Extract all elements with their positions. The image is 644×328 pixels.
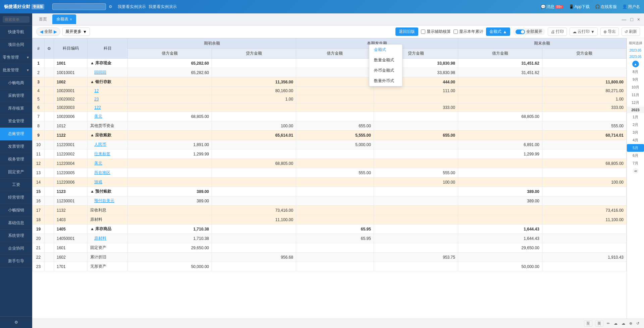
cell-subject[interactable]: ▲ 应收账款 bbox=[88, 131, 128, 140]
time-nav-up[interactable]: ▲ bbox=[632, 61, 639, 67]
sidebar-item-retail[interactable]: 零售管理▼ bbox=[0, 51, 32, 64]
cell-subject[interactable]: ▲ 预付账款 bbox=[88, 187, 128, 196]
cell-subject[interactable]: 无形资产 bbox=[88, 262, 128, 271]
dropdown-item-3[interactable]: 数量外币式 bbox=[369, 76, 402, 86]
time-item-7[interactable]: 7月 bbox=[627, 159, 644, 167]
window-minimize-btn[interactable]: — bbox=[620, 16, 628, 23]
time-item-1[interactable]: 1月 bbox=[627, 113, 644, 121]
message-btn[interactable]: 💬 消息 99+ bbox=[541, 4, 564, 10]
online-service-btn[interactable]: 🎧 在线客服 bbox=[595, 4, 617, 10]
sidebar-item-fixed-assets[interactable]: 固定资产 bbox=[0, 166, 32, 179]
sidebar-item-project[interactable]: 项目合同 bbox=[0, 39, 32, 51]
sidebar-item-ecommerce[interactable]: 小畅电商 bbox=[0, 77, 32, 89]
sidebar-item-payroll[interactable]: 工资 bbox=[0, 179, 32, 191]
sidebar-item-collab[interactable]: 企业协同 bbox=[0, 242, 32, 255]
cell-subject[interactable]: 固定资产 bbox=[88, 243, 128, 253]
sidebar-item-quick-nav[interactable]: 快捷导航 bbox=[0, 26, 32, 39]
status-refresh-icon[interactable]: ↺ bbox=[636, 321, 640, 326]
time-item-3[interactable]: 3月 bbox=[627, 129, 644, 136]
cell-subject[interactable]: 应收利息 bbox=[88, 206, 128, 215]
sidebar-item-tax[interactable]: 税务管理 bbox=[0, 153, 32, 166]
col-settings[interactable]: ⚙ bbox=[45, 39, 54, 59]
time-item-5[interactable]: 5月 bbox=[627, 144, 644, 152]
cell-subject[interactable]: 回回回 bbox=[88, 68, 128, 77]
cell-subject[interactable]: 累计折旧 bbox=[88, 253, 128, 262]
show-assist-checkbox[interactable]: 显示辅助核算 bbox=[421, 29, 451, 35]
toolbar-right: 退回旧版 显示辅助核算 显示本年累计 金额式 ▲ bbox=[395, 27, 640, 36]
status-edit-icon[interactable]: ✏ bbox=[606, 321, 610, 326]
cell-subject[interactable]: 游戏 bbox=[88, 178, 128, 187]
cell-subject[interactable]: 预付款美元 bbox=[88, 196, 128, 206]
cell-subject[interactable]: 122 bbox=[88, 104, 128, 112]
dropdown-item-1[interactable]: 数量金额式 bbox=[369, 55, 402, 65]
time-item-8[interactable]: 8月 bbox=[627, 68, 644, 76]
status-cloud2-icon[interactable]: ☁ bbox=[621, 321, 626, 326]
tab-close-btn[interactable]: × bbox=[70, 17, 72, 22]
cell-subject[interactable]: 美元 bbox=[88, 159, 128, 168]
window-maximize-btn[interactable]: □ bbox=[629, 16, 634, 23]
time-item-4[interactable]: 4月 bbox=[627, 136, 644, 144]
cloud-print-btn[interactable]: ☁ 云打印 ▼ bbox=[570, 27, 598, 36]
time-item-6[interactable]: 6月 bbox=[627, 152, 644, 159]
sidebar-item-operations[interactable]: 经营管理 bbox=[0, 191, 32, 204]
cell-subject[interactable]: 原材料 bbox=[88, 234, 128, 243]
expand-more-btn[interactable]: 展开更多 ▼ bbox=[62, 27, 90, 36]
cell-subject[interactable]: ▲ 库存商品 bbox=[88, 224, 128, 234]
tab-home[interactable]: 首页 bbox=[35, 14, 51, 24]
dropdown-item-0[interactable]: 金额式 bbox=[369, 45, 402, 55]
sidebar-item-expense[interactable]: 小畅报销 bbox=[0, 204, 32, 217]
cell-subject[interactable]: 所在地区 bbox=[88, 168, 128, 178]
nav-all-pill[interactable]: ◀ 全部 ▶ bbox=[36, 27, 60, 36]
cell-subject[interactable]: 原材料 bbox=[88, 215, 128, 224]
time-item-date1[interactable]: 2023.05 bbox=[627, 47, 644, 54]
sidebar-footer[interactable]: ⚙ bbox=[0, 316, 32, 328]
dropdown-item-2[interactable]: 外币金额式 bbox=[369, 65, 402, 76]
sidebar-item-inventory[interactable]: 库存核算 bbox=[0, 102, 32, 115]
cell-subject[interactable]: 往来标签 bbox=[88, 149, 128, 159]
demo-link[interactable]: 我要看实例演示 bbox=[118, 4, 146, 10]
cell-rownum: 5 bbox=[33, 95, 45, 104]
settings-icon[interactable]: ⚙ bbox=[109, 4, 112, 9]
back-to-old-btn[interactable]: 退回旧版 bbox=[395, 27, 418, 36]
sidebar-item-wholesale[interactable]: 批发管理▼ bbox=[0, 64, 32, 77]
status-add-icon[interactable]: ⊕ bbox=[629, 321, 633, 326]
sidebar-search-input[interactable] bbox=[3, 16, 30, 23]
cell-subject[interactable]: ▲ 库存现金 bbox=[88, 59, 128, 68]
time-item-12[interactable]: 12月 bbox=[627, 99, 644, 107]
amount-mode-btn[interactable]: 金额式 ▲ bbox=[486, 27, 510, 36]
cell-subject[interactable]: 12 bbox=[88, 87, 128, 95]
print-btn[interactable]: 🖨 打印 bbox=[548, 27, 567, 36]
tab-balance[interactable]: 余额表 × bbox=[52, 14, 76, 24]
app-download-btn[interactable]: 📱 App下载 bbox=[569, 4, 590, 10]
sidebar-item-system[interactable]: 系统管理 bbox=[0, 229, 32, 242]
export-btn[interactable]: ⊕ 导出 bbox=[600, 27, 619, 36]
time-item-9[interactable]: 9月 bbox=[627, 76, 644, 83]
cell-subject[interactable]: 其他货币资金 bbox=[88, 121, 128, 131]
window-close-btn[interactable]: × bbox=[636, 16, 641, 23]
status-cloud1-icon[interactable]: ☁ bbox=[613, 321, 618, 326]
time-collapse-btn[interactable]: ≪ bbox=[633, 168, 639, 174]
cell-subject[interactable]: 23 bbox=[88, 95, 128, 104]
status-at-btn[interactable]: 至 bbox=[584, 320, 592, 327]
sidebar-item-capital[interactable]: 资金管理 bbox=[0, 115, 32, 128]
status-lang-btn[interactable]: 英 bbox=[595, 320, 603, 327]
cell-subject[interactable]: 美元 bbox=[88, 112, 128, 121]
expand-all-toggle[interactable]: 全部展开 bbox=[513, 28, 545, 35]
refresh-btn[interactable]: ↺ 刷新 bbox=[622, 27, 640, 36]
time-item-11[interactable]: 11月 bbox=[627, 91, 644, 99]
time-item-2[interactable]: 2月 bbox=[627, 121, 644, 129]
sidebar-item-purchase[interactable]: 采购管理 bbox=[0, 89, 32, 102]
sidebar-item-guide[interactable]: 新手引导 bbox=[0, 255, 32, 268]
show-year-checkbox[interactable]: 显示本年累计 bbox=[453, 29, 483, 35]
demo-label[interactable]: 我要看实例演示 bbox=[149, 4, 177, 10]
cell-subject[interactable]: ▲ 银行存款 bbox=[88, 77, 128, 87]
cell-subject[interactable]: 人民币 bbox=[88, 140, 128, 149]
time-item-10[interactable]: 10月 bbox=[627, 83, 644, 91]
sidebar-item-ledger[interactable]: 总账管理 bbox=[0, 128, 32, 140]
time-item-year2023[interactable]: 2023 bbox=[627, 107, 644, 113]
time-item-date2[interactable]: 2023.05 bbox=[627, 54, 644, 60]
sidebar-item-basic-info[interactable]: 基础信息 bbox=[0, 217, 32, 229]
top-search-input[interactable] bbox=[52, 3, 106, 10]
sidebar-item-invoice[interactable]: 发票管理 bbox=[0, 140, 32, 153]
user-avatar[interactable]: 👤 用户名 bbox=[622, 4, 640, 10]
